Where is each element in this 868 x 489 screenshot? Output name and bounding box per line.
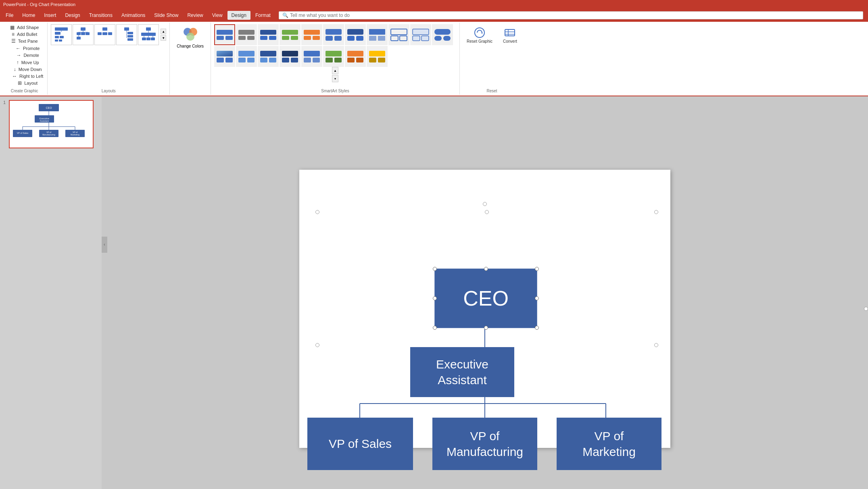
smartart-scroll-expand[interactable]: ▾ <box>332 75 338 82</box>
sa-style-15[interactable] <box>280 46 300 67</box>
svg-rect-16 <box>98 32 102 35</box>
demote-btn[interactable]: → Demote <box>15 52 40 58</box>
reset-graphic-label: Reset Graphic <box>467 39 492 44</box>
text-pane-btn[interactable]: ☰ Text Pane <box>10 38 39 44</box>
smartart-scroll-up[interactable]: ▲ <box>332 67 338 74</box>
ceo-box[interactable]: CEO <box>434 268 537 328</box>
menu-format-tab[interactable]: Format <box>251 11 275 20</box>
ceo-handle-tr[interactable] <box>535 267 539 271</box>
handle-tr[interactable] <box>654 210 658 214</box>
handle-ml[interactable] <box>315 343 319 347</box>
tell-me-input[interactable] <box>290 12 371 18</box>
menu-design-pres[interactable]: Design <box>61 11 84 20</box>
reset-graphic-btn[interactable]: Reset Graphic <box>463 24 496 46</box>
convert-btn[interactable]: Convert <box>499 24 521 46</box>
menu-animations[interactable]: Animations <box>117 11 149 20</box>
svg-rect-73 <box>238 58 246 62</box>
vp-marketing-box[interactable]: VP ofMarketing <box>557 418 661 470</box>
svg-rect-95 <box>505 29 515 36</box>
move-up-btn[interactable]: ↑ Move Up <box>16 59 40 66</box>
sa-style-14[interactable] <box>258 46 279 67</box>
sa-style-12[interactable] <box>214 46 235 67</box>
tell-me-bar[interactable]: 🔍 <box>279 11 863 19</box>
svg-rect-53 <box>334 36 342 41</box>
layout-scroll-down[interactable]: ▼ <box>161 35 166 41</box>
sa-style-19[interactable] <box>367 46 388 67</box>
ceo-handle-bl[interactable] <box>433 326 437 330</box>
svg-text:CEO: CEO <box>46 106 52 109</box>
menu-transitions[interactable]: Transitions <box>85 11 117 20</box>
sa-style-1[interactable] <box>214 24 235 45</box>
sa-style-11[interactable] <box>432 24 453 45</box>
handle-tc[interactable] <box>485 210 489 214</box>
ceo-handle-ml[interactable] <box>433 296 437 300</box>
layouts-content: ▲ ▼ <box>51 24 166 45</box>
layout-scroll-up[interactable]: ▲ <box>161 29 166 34</box>
svg-rect-91 <box>369 58 376 62</box>
demote-label: Demote <box>23 53 39 58</box>
svg-rect-82 <box>304 58 311 62</box>
add-bullet-icon: ≡ <box>12 31 15 37</box>
slide-thumbnail-1[interactable]: CEO Executive Assistant VP of Sales <box>9 100 94 148</box>
ceo-handle-mr[interactable] <box>535 296 539 300</box>
layout-option-4[interactable] <box>116 24 137 45</box>
svg-rect-59 <box>378 36 385 41</box>
menu-view[interactable]: View <box>208 11 227 20</box>
svg-marker-94 <box>481 32 483 33</box>
change-colors-btn[interactable]: Change Colors <box>173 24 207 51</box>
smartart-scroll: ▲ ▾ <box>332 67 338 82</box>
ceo-handle-bc[interactable] <box>484 326 488 330</box>
menu-insert[interactable]: Insert <box>40 11 60 20</box>
sa-style-17[interactable] <box>323 46 344 67</box>
layout-option-3[interactable] <box>94 24 115 45</box>
vp-sales-box[interactable]: VP of Sales <box>307 418 413 470</box>
ceo-handle-tc[interactable] <box>484 267 488 271</box>
svg-rect-65 <box>421 36 429 41</box>
promote-label: Promote <box>23 46 40 51</box>
move-down-btn[interactable]: ↓ Move Down <box>13 66 43 73</box>
panel-collapse-btn[interactable]: ‹ <box>102 237 107 253</box>
menu-review[interactable]: Review <box>183 11 207 20</box>
rotate-handle[interactable] <box>483 202 487 206</box>
svg-rect-74 <box>247 58 255 62</box>
ceo-handle-br[interactable] <box>535 326 539 330</box>
sa-style-2[interactable] <box>236 24 257 45</box>
canvas-right-handle[interactable] <box>864 307 868 311</box>
sa-style-13[interactable] <box>236 46 257 67</box>
svg-rect-38 <box>225 36 233 40</box>
menu-design[interactable]: Design <box>227 11 250 20</box>
sa-style-10[interactable] <box>410 24 431 45</box>
ea-box[interactable]: ExecutiveAssistant <box>410 347 514 397</box>
vp-manufacturing-box[interactable]: VP ofManufacturing <box>432 418 537 470</box>
sa-style-6[interactable] <box>323 24 344 45</box>
menu-slideshow[interactable]: Slide Show <box>150 11 182 20</box>
right-to-left-btn[interactable]: ↔ Right to Left <box>11 73 44 79</box>
vp-sales-text: VP of Sales <box>329 436 392 452</box>
sa-style-5[interactable] <box>301 24 322 45</box>
menu-home[interactable]: Home <box>18 11 39 20</box>
menu-file[interactable]: File <box>2 11 17 20</box>
sa-style-3[interactable] <box>258 24 279 45</box>
ceo-handle-tl[interactable] <box>433 267 437 271</box>
sa-style-8[interactable] <box>367 24 388 45</box>
layout-btn[interactable]: ⊞ Layout <box>17 80 38 86</box>
sa-style-18[interactable] <box>345 46 366 67</box>
layout-option-2[interactable] <box>73 24 94 45</box>
handle-mr[interactable] <box>654 343 658 347</box>
svg-rect-0 <box>55 27 68 31</box>
add-shape-btn[interactable]: ▦ Add Shape <box>9 24 40 31</box>
layout-option-1[interactable] <box>51 24 72 45</box>
sa-style-9[interactable] <box>388 24 409 45</box>
promote-btn[interactable]: ← Promote <box>15 45 41 52</box>
layout-option-5[interactable] <box>138 24 159 45</box>
svg-rect-54 <box>347 29 363 35</box>
add-bullet-btn[interactable]: ≡ Add Bullet <box>11 31 38 37</box>
handle-tl[interactable] <box>315 210 319 214</box>
sa-style-16[interactable] <box>301 46 322 67</box>
svg-rect-51 <box>326 29 342 35</box>
svg-rect-81 <box>304 51 320 56</box>
svg-rect-1 <box>55 32 61 35</box>
slide-canvas[interactable]: CEO ExecutiveAssistant VP of Sales <box>299 170 670 448</box>
sa-style-4[interactable] <box>280 24 300 45</box>
sa-style-7[interactable] <box>345 24 366 45</box>
